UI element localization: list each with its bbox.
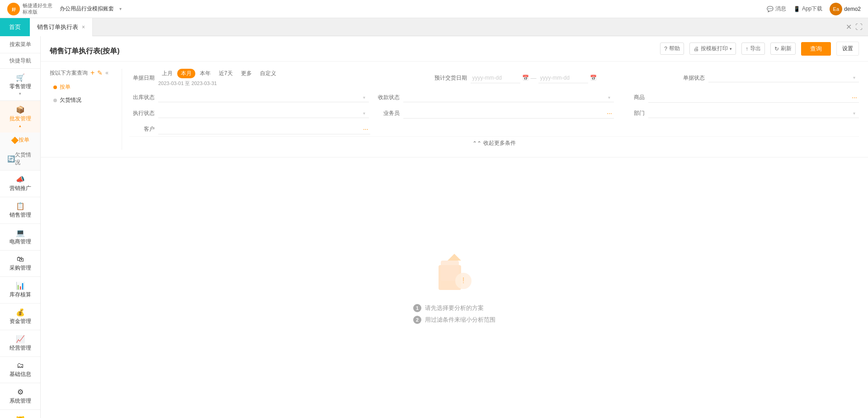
expected-date-start[interactable]	[471, 73, 520, 83]
sidebar-sub-item-order[interactable]: 🔶 按单	[0, 133, 40, 147]
refresh-button[interactable]: ↻ 刷新	[770, 43, 796, 55]
doc-status-select[interactable]: ▾	[708, 73, 859, 82]
svg-text:好: 好	[11, 7, 16, 12]
filter-row-4: 客户 ···	[129, 124, 859, 134]
filter-row-3: 执行状态 ▾ 业务员 ···	[129, 108, 859, 119]
date-tab-last-month[interactable]: 上月	[158, 69, 176, 78]
scheme-debt-label: 欠货情况	[60, 96, 81, 104]
date-tab-more[interactable]: 更多	[237, 69, 255, 78]
expected-date-end[interactable]	[538, 73, 588, 83]
exec-status-label: 执行状态	[129, 109, 155, 117]
collapse-more-button[interactable]: ⌃⌃ 收起更多条件	[129, 136, 859, 150]
corp-icon: 🤝	[16, 414, 25, 418]
sidebar-item-inventory[interactable]: 📊 库存核算	[0, 277, 40, 304]
collection-status-arrow: ▾	[608, 95, 610, 100]
settings-button[interactable]: 设置	[836, 42, 859, 56]
sidebar-item-retail-btn[interactable]: 🛒 零售管理 ▾	[0, 69, 40, 100]
app-dropdown-arrow[interactable]: ▾	[119, 6, 122, 11]
page-title: 销售订单执行表(按单)	[50, 47, 120, 56]
collapse-scheme-button[interactable]: «	[105, 70, 108, 76]
query-button[interactable]: 查询	[801, 42, 831, 56]
sidebar-item-basic[interactable]: 🗂 基础信息	[0, 357, 40, 383]
tab-bar-right: ✕ ⛶	[846, 23, 868, 31]
date-tab-this-month[interactable]: 本月	[177, 69, 195, 78]
sidebar-item-finance[interactable]: 💰 资金管理	[0, 304, 40, 330]
sidebar-item-corp-btn[interactable]: 🤝 企业协同	[0, 410, 40, 418]
sales-icon: 📋	[16, 202, 25, 210]
sidebar-item-corp[interactable]: 🤝 企业协同	[0, 410, 40, 418]
exec-status-select[interactable]: ▾	[158, 109, 369, 118]
salesperson-label: 业务员	[374, 109, 400, 117]
sidebar-quick-label[interactable]: 快捷导航	[4, 57, 37, 65]
app-download-button[interactable]: 📱 App下载	[793, 5, 822, 13]
tab-close-window[interactable]: ✕	[846, 23, 852, 31]
sidebar-item-operation-btn[interactable]: 📈 经营管理	[0, 330, 40, 356]
debt-icon: 🔄	[7, 155, 15, 162]
print-arrow: ▾	[730, 47, 732, 51]
sidebar-item-operation[interactable]: 📈 经营管理	[0, 330, 40, 357]
sidebar-item-finance-btn[interactable]: 💰 资金管理	[0, 304, 40, 330]
filter-group-dept: 部门 ▾	[619, 109, 859, 118]
template-print-button[interactable]: 🖨 按模板打印 ▾	[689, 43, 736, 55]
customer-input[interactable]	[158, 124, 361, 134]
sidebar-search[interactable]: 搜索菜单	[0, 36, 40, 53]
sidebar-item-sales[interactable]: 📋 销售管理	[0, 197, 40, 224]
sidebar-sub-item-debt[interactable]: 🔄 欠货情况	[0, 147, 40, 170]
sidebar-item-marketing[interactable]: 📣 营销推广	[0, 171, 40, 197]
marketing-icon: 📣	[16, 175, 25, 184]
sidebar-item-ecommerce-btn[interactable]: 💻 电商管理	[0, 224, 40, 250]
tab-sales-order[interactable]: 销售订单执行表 ×	[30, 18, 93, 36]
retail-arrow: ▾	[19, 91, 21, 96]
product-input[interactable]	[648, 92, 850, 102]
help-button[interactable]: ? 帮助	[660, 43, 684, 55]
filter-group-salesperson: 业务员 ···	[374, 108, 614, 119]
tab-close-icon[interactable]: ×	[82, 24, 85, 30]
filter-row-2: 出库状态 ▾ 收款状态 ▾	[129, 92, 859, 103]
calendar-icon-start[interactable]: 📅	[522, 75, 529, 81]
filter-panel: 按以下方案查询 + ✎ « 按单 欠货情况	[41, 62, 868, 157]
sidebar-item-wholesale-btn[interactable]: 📦 批发管理 ▴	[0, 101, 40, 133]
tab-maximize[interactable]: ⛶	[855, 23, 863, 31]
sidebar-quick-nav[interactable]: 快捷导航	[0, 53, 40, 69]
filter-scheme-order[interactable]: 按单	[50, 81, 116, 94]
edit-scheme-button[interactable]: ✎	[97, 69, 103, 76]
customer-ellipsis-btn[interactable]: ···	[361, 125, 370, 133]
sidebar-item-inventory-btn[interactable]: 📊 库存核算	[0, 277, 40, 303]
date-tab-custom[interactable]: 自定义	[256, 69, 280, 78]
filter-scheme-debt[interactable]: 欠货情况	[50, 94, 116, 107]
dept-select[interactable]: ▾	[648, 109, 859, 118]
sidebar-item-marketing-btn[interactable]: 📣 营销推广	[0, 171, 40, 197]
sidebar-item-ecommerce[interactable]: 💻 电商管理	[0, 224, 40, 251]
sidebar-item-retail[interactable]: 🛒 零售管理 ▾	[0, 69, 40, 101]
collection-status-select[interactable]: ▾	[403, 93, 614, 102]
add-scheme-button[interactable]: +	[90, 69, 94, 77]
order-icon: 🔶	[11, 137, 19, 144]
sidebar-item-basic-btn[interactable]: 🗂 基础信息	[0, 357, 40, 383]
operation-icon: 📈	[16, 335, 25, 343]
tab-home[interactable]: 首页	[0, 18, 30, 36]
content-body: ! 1 请先选择要分析的方案 2 用过滤条件来缩小分析范围	[41, 157, 868, 418]
sidebar-item-system-btn[interactable]: ⚙ 系统管理	[0, 383, 40, 409]
export-button[interactable]: ↑ 导出	[741, 43, 765, 55]
salesperson-input[interactable]	[403, 108, 605, 118]
doc-status-arrow: ▾	[853, 75, 855, 80]
sidebar-item-purchase[interactable]: 🛍 采购管理	[0, 251, 40, 277]
date-tab-this-year[interactable]: 本年	[196, 69, 214, 78]
message-button[interactable]: 💬 消息	[767, 5, 786, 13]
basic-icon: 🗂	[17, 361, 24, 370]
sidebar-item-sales-btn[interactable]: 📋 销售管理	[0, 197, 40, 223]
sidebar-search-label[interactable]: 搜索菜单	[4, 41, 37, 48]
date-tab-7days[interactable]: 近7天	[215, 69, 236, 78]
out-status-select[interactable]: ▾	[158, 93, 369, 102]
user-avatar-area[interactable]: Ea demo2	[830, 3, 861, 15]
filter-group-customer: 客户 ···	[129, 124, 370, 134]
sidebar-item-system[interactable]: ⚙ 系统管理	[0, 383, 40, 410]
product-ellipsis-btn[interactable]: ···	[850, 94, 859, 101]
calendar-icon-end[interactable]: 📅	[590, 75, 597, 81]
sidebar-item-wholesale: 📦 批发管理 ▴ 🔶 按单 🔄 欠货情况	[0, 101, 40, 171]
collapse-icon: ⌃⌃	[472, 140, 481, 147]
date-preset-text: 2023-03-01 至 2023-03-31	[158, 80, 217, 87]
salesperson-ellipsis-btn[interactable]: ···	[605, 109, 614, 117]
empty-illustration: !	[432, 252, 477, 297]
sidebar-item-purchase-btn[interactable]: 🛍 采购管理	[0, 251, 40, 276]
